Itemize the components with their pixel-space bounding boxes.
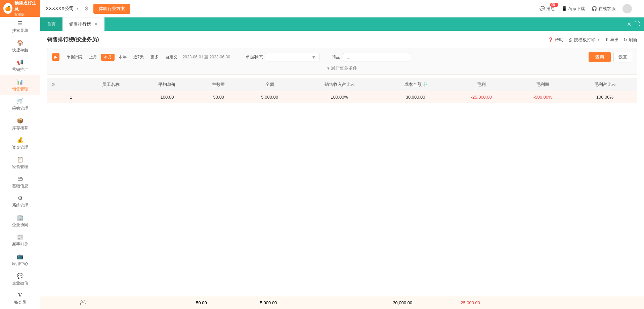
table-header-row: ⚙ 员工名称 平均单价 主数量 全额 销售收入占比% 成本全额 ⓘ 毛利 毛利率… (47, 78, 637, 91)
service-icon: 🎧 (592, 6, 597, 11)
goods-input-value: ... (347, 55, 350, 60)
sidebar-item-marketing[interactable]: 📢 营销推广 (0, 56, 40, 75)
sidebar: 🍊 畅康通好生意 标准版 ☰ 搜索菜单 🏠 快捷导航 📢 营销推广 📊 销售管理… (0, 0, 40, 309)
inventory-icon: 📦 (17, 117, 24, 124)
col-header-gross-pct: 毛利占比% (572, 78, 637, 91)
export-icon: ⬆ (605, 37, 609, 42)
cell-sales-pct: 100.00% (297, 91, 382, 103)
purchase-icon: 🛒 (17, 98, 24, 104)
table-container: ⚙ 员工名称 平均单价 主数量 全额 销售收入占比% 成本全额 ⓘ 毛利 毛利率… (47, 78, 637, 103)
print-icon: 🖨 (568, 37, 572, 42)
table-footer: 合计 50.00 5,000.00 30,000.00 -25,000.00 (40, 296, 644, 309)
date-tab-custom[interactable]: 自定义 (163, 54, 180, 61)
user-avatar[interactable] (622, 4, 632, 13)
sidebar-item-label: 搜索菜单 (12, 28, 28, 34)
cell-main-qty: 50.00 (195, 91, 242, 103)
tab-window-actions: ✕ ⛶ (627, 17, 644, 31)
fund-icon: 💰 (17, 137, 24, 143)
topbar: XXXXXX公司 ▼ ⚙ 体验行业方案 💬 消息 99+ 📱 App下载 🎧 在… (40, 0, 644, 17)
sidebar-item-wechat[interactable]: 💬 企业微信 (0, 269, 40, 289)
tab-close-icon[interactable]: ✕ (94, 22, 98, 27)
sidebar-item-sales[interactable]: 📊 销售管理 (0, 75, 40, 95)
footer-amount: 5,000.00 (235, 300, 302, 305)
query-btn[interactable]: 查询 (589, 52, 611, 62)
sidebar-item-search-order[interactable]: ☰ 搜索菜单 (0, 17, 40, 36)
app-download-btn[interactable]: 📱 App下载 (562, 6, 585, 12)
topbar-right: 💬 消息 99+ 📱 App下载 🎧 在线客服 (540, 4, 639, 13)
date-tab-this-year[interactable]: 本年 (116, 54, 129, 61)
sidebar-logo: 🍊 畅康通好生意 标准版 (0, 0, 40, 17)
goods-input[interactable]: ... (343, 53, 410, 61)
col-header-main-qty: 主数量 (195, 78, 242, 91)
sidebar-item-inventory[interactable]: 📦 库存核算 (0, 114, 40, 134)
filter-row-2: ▾ 展开更多条件 (52, 65, 632, 71)
template-print-btn[interactable]: 🖨 按模板打印 ▼ (568, 37, 600, 43)
tab-sales-ranking[interactable]: 销售排行榜 ✕ (62, 17, 104, 31)
col-settings-icon: ⚙ (51, 82, 55, 87)
company-selector[interactable]: XXXXXX公司 ▼ (46, 6, 79, 12)
trial-btn[interactable]: 体验行业方案 (93, 4, 130, 14)
message-icon: 💬 (540, 6, 545, 11)
help-btn[interactable]: ❓ 帮助 (548, 37, 563, 43)
status-filter-group: 单据状态 ▼ (246, 53, 319, 61)
export-btn[interactable]: ⬆ 导出 (605, 37, 619, 43)
sidebar-item-fund[interactable]: 💰 资金管理 (0, 134, 40, 153)
goods-filter-group: 商品 ... (332, 53, 410, 61)
cell-gross-pct: 100.00% (572, 91, 637, 103)
sidebar-item-biz[interactable]: 📋 经营管理 (0, 153, 40, 172)
sidebar-item-basic[interactable]: 🗃 基础信息 (0, 172, 40, 192)
newguide-icon: 📰 (17, 234, 24, 240)
filter-settings-btn[interactable]: 设置 (613, 52, 632, 62)
filter-row-1: ▶ 单据日期 上月 本月 本年 近7天 更多 自定义 2023-06-01 至 … (52, 52, 632, 62)
expand-more-label: 展开更多条件 (331, 65, 357, 71)
date-range: 2023-06-01 至 2023-06-30 (183, 54, 230, 60)
col-header-employee: 员工名称 (83, 78, 139, 91)
status-filter-label: 单据状态 (246, 54, 263, 60)
topbar-settings-icon[interactable]: ⚙ (84, 5, 89, 12)
wechat-icon: 💬 (17, 273, 24, 279)
date-tab-last-month[interactable]: 上月 (86, 54, 100, 61)
sidebar-item-sys[interactable]: ⚙ 系统管理 (0, 192, 40, 211)
sidebar-item-quick-nav[interactable]: 🏠 快捷导航 (0, 36, 40, 56)
sidebar-item-vip[interactable]: V 畅会员 (0, 289, 40, 308)
sidebar-item-newguide[interactable]: 📰 新手引导 (0, 230, 40, 250)
refresh-icon: ↻ (624, 37, 627, 42)
cell-amount: 5,000.00 (242, 91, 297, 103)
cell-gross: -25,000.00 (449, 91, 513, 103)
sidebar-item-appcenter[interactable]: 📺 应用中心 (0, 250, 40, 269)
home-tab-label: 首页 (47, 21, 56, 27)
scrollable-area: 销售排行榜(按业务员) ❓ 帮助 🖨 按模板打印 ▼ ⬆ 导出 (40, 31, 644, 296)
date-filter-label: 单据日期 (66, 54, 84, 60)
logo-icon: 🍊 (3, 3, 12, 14)
company-name: XXXXXX公司 (46, 6, 74, 12)
message-btn[interactable]: 💬 消息 99+ (540, 6, 555, 12)
col-header-sales-pct: 销售收入占比% (297, 78, 382, 91)
tab-home[interactable]: 首页 (40, 17, 62, 31)
sales-icon: 📊 (17, 79, 24, 85)
sidebar-item-purchase[interactable]: 🛒 采购管理 (0, 95, 40, 114)
col-header-settings[interactable]: ⚙ (47, 78, 59, 91)
filter-toggle-icon: ▶ (52, 53, 59, 61)
window-close-icon[interactable]: ✕ (627, 21, 631, 28)
date-tab-more[interactable]: 更多 (148, 54, 161, 61)
cell-avg-price: 100.00 (139, 91, 196, 103)
window-fullscreen-icon[interactable]: ⛶ (635, 21, 640, 27)
status-select[interactable]: ▼ (266, 53, 319, 61)
refresh-btn[interactable]: ↻ 刷新 (624, 37, 637, 43)
home-icon: 🏠 (17, 40, 24, 46)
online-service-btn[interactable]: 🎧 在线客服 (592, 6, 616, 12)
filter-expand-toggle[interactable]: ▶ (52, 53, 59, 61)
col-header-rank (59, 78, 83, 91)
sidebar-item-enterprise[interactable]: 🏢 企业协同 (0, 211, 40, 230)
vip-icon: V (18, 292, 22, 298)
footer-label: 合计 (67, 300, 101, 306)
company-arrow-icon: ▼ (76, 7, 79, 10)
col-header-amount: 全额 (242, 78, 297, 91)
date-tab-7days[interactable]: 近7天 (131, 54, 146, 61)
expand-more-btn[interactable]: ▾ 展开更多条件 (327, 65, 357, 71)
footer-main-qty: 50.00 (168, 300, 235, 305)
sales-ranking-tab-label: 销售排行榜 (69, 21, 91, 27)
date-tab-this-month[interactable]: 本月 (101, 54, 115, 61)
cell-cost: 30,000.00 (382, 91, 449, 103)
col-header-gross: 毛利 (449, 78, 513, 91)
